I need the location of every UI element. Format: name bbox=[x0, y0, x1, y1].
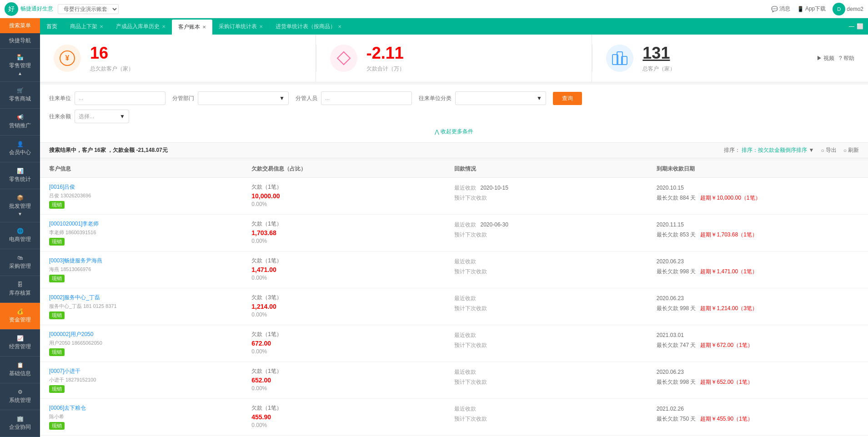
table-row: [0002]服务中心_丁磊 服务中心_丁磊 181 0125 8371 现销 欠… bbox=[40, 288, 868, 325]
tab-minimize-icon[interactable]: — bbox=[849, 23, 854, 30]
stat-icon-2 bbox=[330, 45, 357, 72]
tab-close-icon[interactable]: ✕ bbox=[162, 24, 166, 29]
top-bar: 好 畅捷通好生意 母婴行业演示账套 💬 消息 📱 App下载 D demo2 bbox=[0, 0, 868, 18]
search-button[interactable]: 查询 bbox=[553, 92, 582, 105]
sidebar-search[interactable]: 搜索菜单 bbox=[0, 18, 40, 33]
app-download-btn[interactable]: 📱 App下载 bbox=[797, 5, 826, 13]
sidebar-item-label: 零售商城 bbox=[9, 95, 31, 103]
max-overdue-0: 最长欠款 884 天 超期￥10,000.00（1笔） bbox=[657, 193, 859, 203]
filter-source-unit: 往来单位 ... bbox=[49, 91, 166, 105]
overdue-link-2[interactable]: 超期￥1,471.00（1笔） bbox=[700, 268, 757, 275]
payback-info-3: 最近收款 预计下次收款 bbox=[454, 294, 657, 319]
customer-name-2[interactable]: [0003]畅捷服务尹海燕 bbox=[49, 257, 251, 265]
table-row: [0001020001]李老师 李老师 18600391516 现销 欠款（1笔… bbox=[40, 215, 868, 251]
balance-select[interactable]: 选择... ▼ bbox=[75, 110, 129, 123]
sidebar-item-label: 系统管理 bbox=[9, 397, 31, 404]
overdue-link-6[interactable]: 超期￥455.90（1笔） bbox=[700, 416, 753, 422]
customer-name-4[interactable]: [000002]用户2050 bbox=[49, 331, 251, 338]
overdue-link-0[interactable]: 超期￥10,000.00（1笔） bbox=[700, 195, 760, 201]
sidebar-quick-nav[interactable]: 快捷导航 bbox=[0, 33, 40, 49]
export-btn[interactable]: ○ 导出 bbox=[821, 146, 837, 154]
customer-name-1[interactable]: [0001020001]李老师 bbox=[49, 220, 251, 228]
message-icon: 💬 bbox=[771, 6, 778, 12]
sidebar-item-finance[interactable]: 💰 资金管理 bbox=[0, 303, 40, 330]
customer-detail-2: 海燕 18513066976 bbox=[49, 266, 251, 273]
customer-detail-1: 李老师 18600391516 bbox=[49, 229, 251, 236]
dept-label: 分管部门 bbox=[172, 95, 194, 102]
chevron-down-icon: ▼ bbox=[809, 147, 814, 153]
stat-icon-1: ¥ bbox=[54, 45, 81, 72]
debt-amount-2: 1,471.00 bbox=[251, 266, 454, 273]
sidebar-item-purchase[interactable]: 🛍 采购管理 bbox=[0, 249, 40, 276]
sidebar-item-batch-mgmt[interactable]: 📦 批发管理 ▼ bbox=[0, 189, 40, 222]
payback-info-1: 最近收款 2020-06-30 预计下次收款 bbox=[454, 220, 657, 246]
source-unit-input[interactable]: ... bbox=[75, 91, 166, 105]
sidebar-item-system[interactable]: ⚙ 系统管理 bbox=[0, 383, 40, 410]
basic-info-icon: 📋 bbox=[17, 362, 24, 368]
dept-select[interactable]: ▼ bbox=[198, 91, 289, 105]
customer-detail-6: 陈小希 bbox=[49, 413, 251, 420]
customer-name-6[interactable]: [0006]去下粮仓 bbox=[49, 404, 251, 412]
download-icon: 📱 bbox=[797, 6, 804, 12]
tab-customer-account[interactable]: 客户账本 ✕ bbox=[172, 20, 212, 35]
sidebar-item-label: 营销推广 bbox=[9, 122, 31, 130]
tab-maximize-icon[interactable]: ⬜ bbox=[857, 23, 863, 30]
stat-card-controls: ▶ 视频 ? 帮助 bbox=[817, 55, 854, 62]
layout: 搜索菜单 快捷导航 🏪 零售管理 ▲ 🛒 零售商城 📢 营销推广 👤 会员中心 … bbox=[0, 18, 868, 437]
tab-bar-controls: — ⬜ bbox=[849, 23, 868, 30]
tab-close-icon[interactable]: ✕ bbox=[259, 24, 263, 29]
overdue-link-4[interactable]: 超期￥672.00（1笔） bbox=[700, 342, 753, 348]
tab-home[interactable]: 首页 bbox=[40, 19, 64, 34]
sidebar-item-basic-info[interactable]: 📋 基础信息 bbox=[0, 357, 40, 383]
sidebar-item-operation[interactable]: 📈 经营管理 bbox=[0, 330, 40, 357]
sidebar-item-member[interactable]: 👤 会员中心 bbox=[0, 136, 40, 162]
unit-class-select[interactable]: ▼ bbox=[455, 91, 546, 105]
debt-amount-6: 455.90 bbox=[251, 413, 454, 421]
message-btn[interactable]: 💬 消息 bbox=[771, 5, 790, 13]
customer-name-3[interactable]: [0002]服务中心_丁磊 bbox=[49, 294, 251, 301]
collapse-row[interactable]: ⋀ 收起更多条件 bbox=[49, 128, 859, 136]
next-payment-label-6: 预计下次收款 bbox=[454, 414, 657, 424]
sidebar-item-retail-mgmt[interactable]: 🏪 零售管理 ▲ bbox=[0, 49, 40, 82]
overdue-link-1[interactable]: 超期￥1,703.68（1笔） bbox=[700, 231, 757, 238]
next-payment-label-1: 预计下次收款 bbox=[454, 230, 657, 240]
customer-name-5[interactable]: [0007]小进干 bbox=[49, 367, 251, 375]
max-overdue-4: 最长欠款 747 天 超期￥672.00（1笔） bbox=[657, 341, 859, 351]
chevron-down-icon: ▼ bbox=[537, 95, 542, 101]
help-btn[interactable]: ? 帮助 bbox=[839, 55, 854, 62]
person-input[interactable]: ... bbox=[321, 91, 412, 105]
customer-tag-4: 现销 bbox=[49, 348, 65, 356]
debt-info-4: 欠款（1笔） 672.00 0.00% bbox=[251, 331, 454, 356]
sort-control[interactable]: 排序： 排序：按欠款金额倒序排序 ▼ bbox=[724, 146, 814, 154]
sidebar-item-label: 电商管理 bbox=[9, 236, 31, 243]
debt-info-6: 欠款（1笔） 455.90 0.00% bbox=[251, 404, 454, 430]
next-payment-label-5: 预计下次收款 bbox=[454, 377, 657, 387]
stat-value-3: 131 bbox=[642, 44, 675, 63]
tab-close-icon[interactable]: ✕ bbox=[338, 24, 341, 29]
company-selector[interactable]: 母婴行业演示账套 bbox=[58, 4, 119, 14]
tab-purchase-stats[interactable]: 采购订单统计表 ✕ bbox=[212, 19, 269, 34]
video-btn[interactable]: ▶ 视频 bbox=[817, 55, 834, 62]
purchase-icon: 🛍 bbox=[17, 255, 23, 261]
customer-name-0[interactable]: [0016]吕俊 bbox=[49, 183, 251, 191]
sidebar-item-ecommerce[interactable]: 🌐 电商管理 bbox=[0, 222, 40, 249]
tab-close-icon[interactable]: ✕ bbox=[202, 25, 206, 30]
overdue-link-3[interactable]: 超期￥1,214.00（3笔） bbox=[700, 305, 757, 311]
customer-tag-1: 现销 bbox=[49, 238, 65, 246]
sidebar-item-marketing[interactable]: 📢 营销推广 bbox=[0, 109, 40, 136]
sidebar-item-inventory[interactable]: 🗄 库存核算 bbox=[0, 276, 40, 303]
tab-label: 首页 bbox=[46, 23, 57, 30]
user-area[interactable]: D demo2 bbox=[833, 3, 863, 15]
sidebar-item-retail-store[interactable]: 🛒 零售商城 bbox=[0, 82, 40, 109]
export-icon: ○ bbox=[821, 147, 824, 154]
tab-close-icon[interactable]: ✕ bbox=[100, 24, 103, 29]
overdue-link-5[interactable]: 超期￥652.00（1笔） bbox=[700, 379, 753, 385]
due-date-1: 2020.11.15 bbox=[657, 220, 859, 230]
sidebar-item-enterprise[interactable]: 🏢 企业协同 bbox=[0, 410, 40, 437]
tab-products-shelf[interactable]: 商品上下架 ✕ bbox=[64, 19, 110, 34]
refresh-icon: ○ bbox=[843, 147, 847, 154]
tab-production-history[interactable]: 产成品入库单历史 ✕ bbox=[110, 19, 172, 34]
tab-import-stats[interactable]: 进货单统计表（按商品） ✕ bbox=[269, 19, 348, 34]
sidebar-item-retail-stats[interactable]: 📊 零售统计 bbox=[0, 162, 40, 189]
refresh-btn[interactable]: ○ 刷新 bbox=[843, 146, 859, 154]
